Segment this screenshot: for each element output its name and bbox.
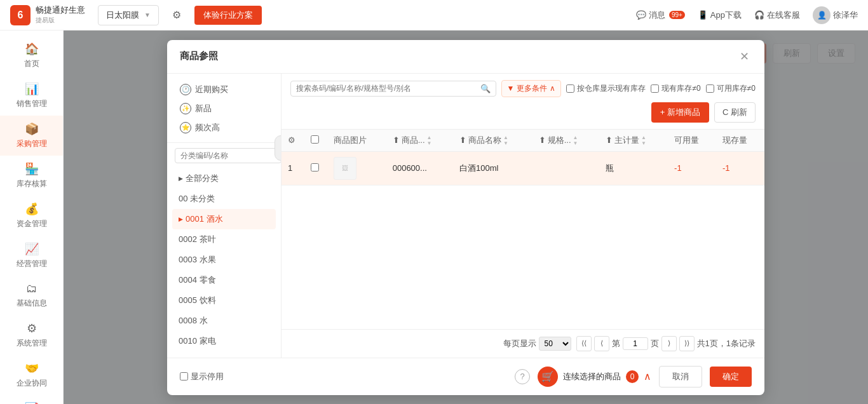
- close-icon[interactable]: ✕: [736, 49, 752, 64]
- row-checkbox[interactable]: [304, 151, 327, 185]
- sidebar-item-collab[interactable]: 🤝 企业协同: [0, 355, 63, 395]
- col-checkbox[interactable]: [304, 130, 327, 152]
- page-total-info: 共1页，1条记录: [697, 338, 756, 349]
- cart-icon[interactable]: 🛒: [538, 367, 558, 387]
- dialog-overlay: 商品参照 ✕ 🕐 近期购买 ✨: [64, 30, 868, 404]
- page-last-btn[interactable]: ⟩⟩: [679, 336, 695, 351]
- sidebar-item-home[interactable]: 🏠 首页: [0, 36, 63, 76]
- row-select-checkbox[interactable]: [311, 163, 319, 172]
- clock-icon: 🕐: [180, 84, 191, 95]
- cart-count-badge: 0: [626, 370, 639, 383]
- col-code[interactable]: ⬆ 商品... ▲▼: [386, 130, 453, 152]
- refresh-btn[interactable]: C 刷新: [714, 102, 756, 123]
- sidebar-item-business[interactable]: 📈 经营管理: [0, 236, 63, 276]
- page-first-btn[interactable]: ⟨⟨: [576, 336, 592, 351]
- row-spec: [532, 151, 599, 185]
- sidebar-item-system[interactable]: ⚙ 系统管理: [0, 315, 63, 355]
- sidebar-item-purchase[interactable]: 📦 采购管理: [0, 116, 63, 156]
- table-header-row: ⚙ 商品图片: [281, 130, 764, 152]
- guide-icon: 📝: [25, 401, 39, 404]
- message-icon: 💬: [636, 10, 646, 20]
- sidebar-item-basic[interactable]: 🗂 基础信息: [0, 276, 63, 315]
- filter-icon: ▼: [507, 84, 515, 93]
- product-search-box: 🔍: [290, 81, 496, 97]
- category-search-input[interactable]: [175, 148, 281, 163]
- nav-right: 💬 消息 99+ 📱 App下载 🎧 在线客服 👤 徐泽华: [636, 6, 858, 24]
- category-item-all[interactable]: ▶ 全部分类: [172, 168, 276, 189]
- product-search-icon[interactable]: 🔍: [480, 84, 491, 93]
- product-panel: 🔍 ▼ 更多条件 ∧ 按仓库显示现有库存: [281, 74, 764, 358]
- category-search-area: 🔍: [167, 148, 281, 168]
- shortcut-new[interactable]: ✨ 新品: [175, 99, 273, 118]
- messages-btn[interactable]: 💬 消息 99+: [636, 10, 685, 21]
- category-item-tea[interactable]: 0002 茶叶: [172, 229, 276, 250]
- checkbox-current-stock[interactable]: 现有库存≠0: [651, 83, 700, 94]
- category-item-snack[interactable]: 0004 零食: [172, 270, 276, 290]
- home-icon: 🏠: [25, 42, 39, 56]
- sidebar-item-sales[interactable]: 📊 销售管理: [0, 76, 63, 116]
- help-icon[interactable]: ?: [515, 369, 530, 384]
- sidebar-item-guide[interactable]: 📝 新手引导: [0, 395, 63, 404]
- confirm-button[interactable]: 确定: [710, 367, 752, 387]
- dialog-body: 🕐 近期购买 ✨ 新品 ⭐ 频次高: [167, 74, 764, 358]
- product-search-input[interactable]: [296, 84, 478, 93]
- page-next-btn[interactable]: ⟩: [661, 336, 677, 351]
- col-name[interactable]: ⬆ 商品名称 ▲▼: [453, 130, 532, 152]
- row-name: 白酒100ml: [453, 151, 532, 185]
- page-size-dropdown[interactable]: 10 20 50 100: [539, 337, 571, 351]
- category-item-appliance[interactable]: 0010 家电: [172, 331, 276, 351]
- category-item-liquor[interactable]: ▶ 0001 酒水: [172, 209, 276, 229]
- category-item-fruit[interactable]: 0003 水果: [172, 250, 276, 270]
- add-product-btn[interactable]: + 新增商品: [651, 102, 709, 123]
- collapse-panel-btn[interactable]: 《: [275, 135, 281, 161]
- row-no: 1: [281, 151, 304, 185]
- checkbox-available-stock[interactable]: 可用库存≠0: [706, 83, 756, 94]
- table-settings-icon[interactable]: ⚙: [288, 135, 295, 145]
- shortcut-recent[interactable]: 🕐 近期购买: [175, 80, 273, 99]
- checkbox-warehouse-stock-input[interactable]: [566, 84, 574, 93]
- category-item-uncategorized[interactable]: 00 未分类: [172, 189, 276, 209]
- col-spec[interactable]: ⬆ 规格... ▲▼: [532, 130, 599, 152]
- app-download-btn[interactable]: 📱 App下载: [698, 10, 742, 21]
- checkbox-available-stock-input[interactable]: [706, 84, 714, 93]
- message-badge: 99+: [669, 11, 685, 19]
- col-settings[interactable]: ⚙: [281, 130, 304, 152]
- col-stock: 现存量: [716, 130, 764, 152]
- table-row[interactable]: 1 🖼 000600... 白酒100ml: [281, 151, 764, 185]
- phone-icon: 📱: [698, 10, 708, 20]
- logo-sub: 捷易版: [36, 16, 85, 25]
- main-layout: 🏠 首页 📊 销售管理 📦 采购管理 🏪 库存核算 💰 资金管理 📈 经营管理 …: [0, 30, 868, 404]
- shortcut-frequent[interactable]: ⭐ 频次高: [175, 118, 273, 137]
- checkbox-warehouse-stock[interactable]: 按仓库显示现有库存: [566, 83, 646, 94]
- user-menu[interactable]: 👤 徐泽华: [813, 6, 858, 24]
- select-all-checkbox[interactable]: [311, 135, 319, 144]
- show-disabled-checkbox[interactable]: [180, 372, 188, 380]
- cart-collapse-icon[interactable]: ∧: [644, 370, 651, 382]
- headset-icon: 🎧: [754, 10, 764, 20]
- footer-right: ? 🛒 连续选择的商品 0 ∧ 取消 确定: [515, 366, 752, 387]
- show-disabled-checkbox-label[interactable]: 显示停用: [180, 371, 224, 382]
- category-item-water[interactable]: 0008 水: [172, 311, 276, 331]
- col-unit[interactable]: ⬆ 主计量 ▲▼: [599, 130, 668, 152]
- nav-store-dropdown[interactable]: 日太阳膜 ▼: [98, 5, 159, 25]
- content-area: 查询 刷新 设置 商品参照 ✕: [64, 30, 868, 404]
- col-image: 商品图片: [327, 130, 386, 152]
- logo-area: 6 畅捷通好生意 捷易版: [10, 5, 85, 25]
- sidebar-item-finance[interactable]: 💰 资金管理: [0, 196, 63, 236]
- product-reference-dialog: 商品参照 ✕ 🕐 近期购买 ✨: [167, 40, 764, 395]
- page-number-input[interactable]: [623, 337, 648, 350]
- logo-icon: 6: [10, 5, 31, 25]
- page-prev-btn[interactable]: ⟨: [594, 336, 609, 351]
- product-table: ⚙ 商品图片: [281, 130, 764, 329]
- category-item-beverage[interactable]: 0005 饮料: [172, 290, 276, 311]
- online-service-btn[interactable]: 🎧 在线客服: [754, 10, 800, 21]
- settings-icon[interactable]: ⚙: [166, 5, 187, 25]
- more-filter-btn[interactable]: ▼ 更多条件 ∧: [501, 80, 562, 97]
- col-available: 可用量: [668, 130, 716, 152]
- collab-icon: 🤝: [25, 361, 39, 375]
- experience-btn[interactable]: 体验行业方案: [194, 6, 262, 25]
- checkbox-current-stock-input[interactable]: [651, 84, 659, 93]
- sidebar-item-inventory[interactable]: 🏪 库存核算: [0, 156, 63, 196]
- row-unit: 瓶: [599, 151, 668, 185]
- cancel-button[interactable]: 取消: [659, 366, 702, 387]
